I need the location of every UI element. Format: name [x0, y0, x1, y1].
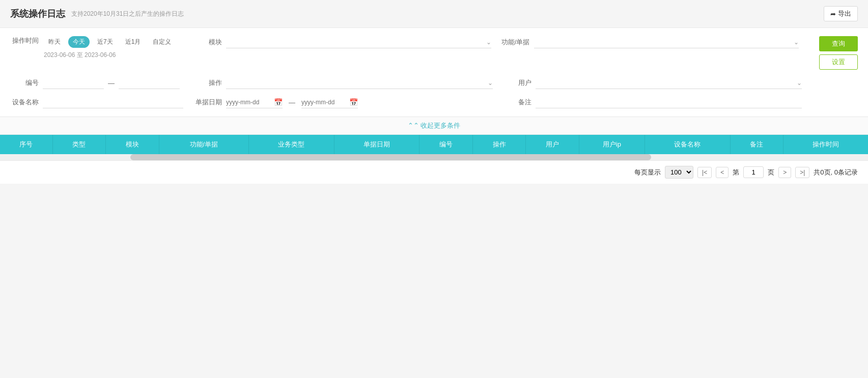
serial-label: 编号	[10, 78, 39, 88]
data-table: 序号 类型 模块 功能/单据 业务类型 单据日期 编号 操作 用户 用户ip 设…	[0, 135, 868, 154]
serial-filter: 编号 —	[10, 77, 183, 89]
module-input[interactable]	[226, 36, 486, 48]
voucher-date-end-input[interactable]	[301, 97, 347, 108]
serial-end-input[interactable]	[119, 77, 180, 89]
function-filter: 功能/单据 ⌄	[501, 36, 799, 48]
calendar-end-icon[interactable]: 📅	[349, 98, 358, 106]
settings-button[interactable]: 设置	[819, 54, 858, 70]
filter-area: 操作时间 昨天 今天 近7天 近1月 自定义 2023-06-06 至 2023…	[0, 28, 868, 117]
voucher-date-label: 单据日期	[193, 98, 222, 107]
function-chevron-icon: ⌄	[794, 39, 799, 46]
module-label: 模块	[193, 38, 222, 47]
voucher-date-start-wrapper[interactable]: 📅	[226, 97, 283, 108]
page-label-suffix: 页	[768, 168, 774, 177]
operation-input[interactable]	[226, 77, 488, 89]
table-container: 序号 类型 模块 功能/单据 业务类型 单据日期 编号 操作 用户 用户ip 设…	[0, 135, 868, 154]
module-select-wrapper[interactable]: ⌄	[226, 36, 491, 48]
voucher-date-separator: —	[287, 99, 297, 106]
page-header: 系统操作日志 支持2020年10月31日之后产生的操作日志 ➦ 导出	[0, 0, 868, 28]
module-filter: 模块 ⌄	[193, 36, 491, 48]
function-select-wrapper[interactable]: ⌄	[534, 36, 799, 48]
calendar-start-icon[interactable]: 📅	[274, 98, 283, 106]
custom-btn[interactable]: 自定义	[148, 36, 176, 48]
device-filter: 设备名称	[10, 96, 183, 108]
col-type: 类型	[52, 135, 105, 154]
next-page-button[interactable]: >	[778, 167, 791, 178]
voucher-date-start-input[interactable]	[226, 97, 272, 108]
scrollbar-thumb	[130, 154, 651, 160]
user-filter: 用户 ⌄	[503, 77, 802, 89]
current-page-input[interactable]: 1	[743, 166, 764, 178]
operation-chevron-icon: ⌄	[488, 79, 493, 86]
total-info: 共0页, 0条记录	[814, 168, 858, 177]
remark-filter: 备注	[503, 96, 802, 108]
voucher-date-end-wrapper[interactable]: 📅	[301, 97, 358, 108]
operation-time-filter: 操作时间 昨天 今天 近7天 近1月 自定义 2023-06-06 至 2023…	[10, 36, 183, 60]
col-voucherdate: 单据日期	[334, 135, 419, 154]
col-device: 设备名称	[645, 135, 730, 154]
horizontal-scrollbar[interactable]	[0, 154, 868, 160]
pagination-area: 每页显示 10 20 50 100 200 |< < 第 1 页 > >| 共0…	[0, 160, 868, 184]
device-input[interactable]	[43, 96, 183, 108]
yesterday-btn[interactable]: 昨天	[44, 36, 65, 48]
date-range-display: 2023-06-06 至 2023-06-06	[44, 51, 176, 60]
last7days-btn[interactable]: 近7天	[93, 36, 118, 48]
col-serial: 序号	[0, 135, 52, 154]
col-serial-num: 编号	[419, 135, 472, 154]
export-button[interactable]: ➦ 导出	[824, 6, 858, 21]
page-label-prefix: 第	[733, 168, 739, 177]
collapse-bar[interactable]: ⌃⌃ 收起更多条件	[0, 117, 868, 135]
operation-filter: 操作 ⌄	[193, 77, 493, 89]
user-label: 用户	[503, 78, 531, 88]
col-user: 用户	[526, 135, 579, 154]
user-select-wrapper[interactable]: ⌄	[536, 77, 802, 89]
serial-separator: —	[108, 79, 115, 87]
table-header: 序号 类型 模块 功能/单据 业务类型 单据日期 编号 操作 用户 用户ip 设…	[0, 135, 868, 154]
remark-label: 备注	[503, 98, 531, 107]
operation-label: 操作	[193, 78, 222, 88]
voucher-date-filter: 单据日期 📅 — 📅	[193, 97, 493, 108]
prev-page-button[interactable]: <	[716, 167, 729, 178]
collapse-icon: ⌃⌃	[408, 122, 419, 129]
per-page-label: 每页显示	[634, 168, 661, 177]
serial-start-input[interactable]	[43, 77, 104, 89]
first-page-button[interactable]: |<	[697, 167, 712, 178]
function-label: 功能/单据	[501, 38, 530, 47]
today-btn[interactable]: 今天	[68, 36, 90, 48]
last1month-btn[interactable]: 近1月	[121, 36, 146, 48]
remark-input[interactable]	[536, 96, 802, 108]
device-label: 设备名称	[10, 98, 39, 107]
col-function: 功能/单据	[159, 135, 248, 154]
title-area: 系统操作日志 支持2020年10月31日之后产生的操作日志	[10, 8, 184, 20]
module-chevron-icon: ⌄	[486, 39, 491, 46]
col-remark: 备注	[730, 135, 783, 154]
collapse-label: 收起更多条件	[421, 122, 460, 129]
query-button[interactable]: 查询	[819, 36, 858, 51]
page-title: 系统操作日志	[10, 8, 65, 20]
user-chevron-icon: ⌄	[797, 79, 802, 86]
operation-select-wrapper[interactable]: ⌄	[226, 77, 493, 89]
col-biztype: 业务类型	[249, 135, 334, 154]
user-input[interactable]	[536, 77, 797, 89]
col-module: 模块	[106, 135, 159, 154]
col-operation: 操作	[472, 135, 525, 154]
action-buttons: 查询 设置	[819, 36, 858, 70]
per-page-select[interactable]: 10 20 50 100 200	[665, 166, 693, 179]
date-quick-buttons: 昨天 今天 近7天 近1月 自定义	[44, 36, 176, 48]
col-optime: 操作时间	[783, 135, 868, 154]
page-subtitle: 支持2020年10月31日之后产生的操作日志	[71, 10, 184, 18]
operation-time-label: 操作时间	[10, 36, 39, 45]
export-icon: ➦	[830, 10, 836, 18]
export-label: 导出	[838, 9, 851, 18]
function-input[interactable]	[534, 36, 794, 48]
col-userip: 用户ip	[579, 135, 645, 154]
last-page-button[interactable]: >|	[795, 167, 809, 178]
